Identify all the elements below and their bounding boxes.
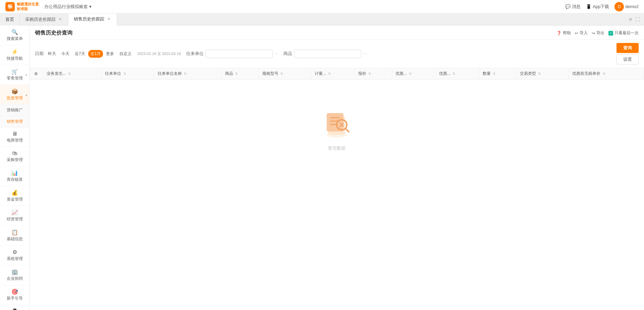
sidebar-item-system-label: 系统管理 [7, 256, 23, 262]
sidebar-item-operation[interactable]: 📈 经营管理 [0, 206, 29, 226]
tab-purchase-history-label: 采购历史价跟踪 [25, 16, 56, 22]
sidebar-item-wholesale[interactable]: 📦 批发管理 ▴ [0, 85, 29, 105]
date-btn-more[interactable]: 更多 [104, 50, 116, 58]
export-label: 导出 [596, 30, 604, 36]
date-btn-7days[interactable]: 近7天 [72, 50, 88, 58]
sidebar-item-purchase[interactable]: 🛍 采购管理 [0, 147, 29, 166]
help-action[interactable]: ❓ 帮助 [556, 30, 571, 36]
only-last-item[interactable]: ✓ 只看最后一次 [608, 30, 639, 36]
partner-dots[interactable]: ··· [275, 51, 278, 56]
sidebar-item-marketing-label: 营销推广 [7, 108, 23, 112]
sidebar-item-search[interactable]: 🔍 搜索菜单 [0, 25, 29, 45]
tab-purchase-history[interactable]: 采购历史价跟踪 ✕ [20, 13, 68, 25]
query-button[interactable]: 查询 [616, 43, 639, 53]
guide-icon: 🎯 [11, 289, 18, 295]
sort-icon-trade-type: ⇅ [538, 72, 541, 75]
th-trade-type[interactable]: 交易类型 ⇅ [517, 68, 569, 80]
product-input[interactable] [294, 50, 361, 58]
tab-sales-history[interactable]: 销售历史价跟踪 ✕ [68, 13, 117, 25]
tab-purchase-history-close[interactable]: ✕ [58, 17, 63, 22]
sidebar-item-guide[interactable]: 🎯 新手引导 [0, 285, 29, 305]
partner-input[interactable] [206, 50, 273, 58]
sidebar-item-finance[interactable]: 💰 资金管理 [0, 186, 29, 206]
sidebar-item-inventory[interactable]: 📊 库存核算 [0, 166, 29, 186]
export-icon: ↪ [592, 31, 595, 36]
sidebar-item-ecommerce[interactable]: 🖥 电商管理 [0, 127, 29, 147]
message-item[interactable]: 💬 消息 [565, 4, 581, 10]
help-icon: ❓ [556, 31, 561, 36]
sidebar-item-basic[interactable]: 📋 基础信息 [0, 226, 29, 246]
settings-button[interactable]: 设置 [616, 54, 639, 64]
th-discount1-label: 优惠... [395, 71, 407, 76]
svg-rect-5 [330, 124, 337, 125]
th-product-label: 商品 [225, 71, 233, 76]
app-download-label: App下载 [593, 4, 609, 10]
app-selector[interactable]: 办公用品行业模拟账套 ▾ [42, 2, 94, 11]
sidebar-item-basic-label: 基础信息 [7, 236, 23, 242]
sidebar-item-system[interactable]: ⚙ 系统管理 [0, 246, 29, 265]
tab-home[interactable]: 首页 [0, 13, 20, 25]
filter-right-actions: 查询 设置 [616, 43, 639, 64]
sidebar-item-marketing[interactable]: 营销推广 [0, 105, 29, 116]
th-partner-name-label: 往来单位名称 [158, 71, 182, 76]
sidebar-item-sales-mgmt[interactable]: 销售管理 [0, 116, 29, 127]
table-header-row: ⚙ 业务发生... ⇅ 往来单位 ⇅ 往来单位名称 [30, 68, 644, 80]
th-pre-tax-price[interactable]: 优惠前无税单价 ⇅ [569, 68, 644, 80]
th-biz-date[interactable]: 业务发生... ⇅ [43, 68, 102, 80]
sidebar-item-retail-label: 零售管理 [7, 75, 23, 81]
th-partner-name[interactable]: 往来单位名称 ⇅ [154, 68, 221, 80]
fullscreen-icon[interactable]: ⛶ [635, 17, 640, 22]
th-biz-date-label: 业务发生... [47, 71, 66, 76]
logo-area: 畅 畅捷通好生意 标准版 [5, 2, 39, 11]
th-quantity-label: 数量 [483, 71, 491, 76]
search-icon: 🔍 [11, 29, 18, 35]
th-partner-code[interactable]: 往来单位 ⇅ [102, 68, 154, 80]
date-btn-1month[interactable]: 近1月 [88, 50, 103, 58]
message-label: 消息 [572, 4, 581, 10]
table-container: ⚙ 业务发生... ⇅ 往来单位 ⇅ 往来单位名称 [30, 68, 644, 310]
tab-bar: 首页 采购历史价跟踪 ✕ 销售历史价跟踪 ✕ ✕ ⛶ [0, 13, 644, 25]
tab-sales-history-label: 销售历史价跟踪 [74, 16, 104, 22]
partner-label: 往来单位 [186, 51, 204, 57]
filter-group-partner: 往来单位 ··· [186, 50, 278, 58]
date-btn-today[interactable]: 今天 [59, 50, 72, 58]
sidebar-item-app-center[interactable]: 📱 应用中心 [0, 305, 29, 310]
user-item[interactable]: D demo2 [614, 2, 639, 11]
sidebar-item-sales-mgmt-label: 销售管理 [7, 119, 23, 124]
date-btn-custom[interactable]: 自定义 [117, 50, 134, 58]
sidebar-item-quick-nav[interactable]: ⚡ 快捷导航 [0, 45, 29, 65]
export-action[interactable]: ↪ 导出 [592, 30, 604, 36]
close-all-icon[interactable]: ✕ [629, 17, 633, 22]
th-price[interactable]: 报价 ⇅ [355, 68, 392, 80]
user-name: demo2 [625, 4, 639, 9]
data-table: ⚙ 业务发生... ⇅ 往来单位 ⇅ 往来单位名称 [30, 68, 644, 80]
tab-bar-actions: ✕ ⛶ [629, 17, 644, 22]
system-icon: ⚙ [12, 249, 17, 255]
tab-sales-history-close[interactable]: ✕ [106, 16, 111, 21]
th-product[interactable]: 商品 ⇅ [221, 68, 259, 80]
chevron-up-icon: ▴ [25, 93, 27, 97]
product-label: 商品 [283, 51, 292, 57]
sidebar-item-enterprise-label: 企业协同 [7, 276, 23, 281]
app-download-item[interactable]: 📱 App下载 [586, 4, 609, 10]
main-layout: 🔍 搜索菜单 ⚡ 快捷导航 🛒 零售管理 ▾ 📦 批发管理 ▴ 营销推广 销售管… [0, 25, 644, 310]
empty-illustration [320, 106, 354, 140]
th-discount1[interactable]: 优惠... ⇅ [392, 68, 436, 80]
top-bar-left: 畅 畅捷通好生意 标准版 办公用品行业模拟账套 ▾ [5, 2, 94, 11]
svg-rect-3 [330, 117, 340, 118]
th-spec[interactable]: 规格型号 ⇅ [259, 68, 311, 80]
date-btn-yesterday[interactable]: 昨天 [46, 50, 58, 58]
date-buttons: 昨天 今天 近7天 近1月 更多 自定义 [46, 50, 134, 58]
tab-home-label: 首页 [5, 16, 14, 22]
sidebar-item-retail[interactable]: 🛒 零售管理 ▾ [0, 65, 29, 85]
product-dots[interactable]: ··· [363, 51, 367, 56]
date-label: 日期 [35, 51, 44, 57]
import-action[interactable]: ↩ 导入 [575, 30, 588, 36]
wholesale-icon: 📦 [11, 88, 18, 95]
th-unit[interactable]: 计量... ⇅ [311, 68, 355, 80]
th-settings[interactable]: ⚙ [30, 68, 43, 80]
sidebar-item-enterprise[interactable]: 🏢 企业协同 [0, 265, 29, 285]
th-discount2[interactable]: 优惠... ⇅ [436, 68, 479, 80]
sort-icon-partner-code: ⇅ [123, 72, 126, 75]
th-quantity[interactable]: 数量 ⇅ [479, 68, 516, 80]
